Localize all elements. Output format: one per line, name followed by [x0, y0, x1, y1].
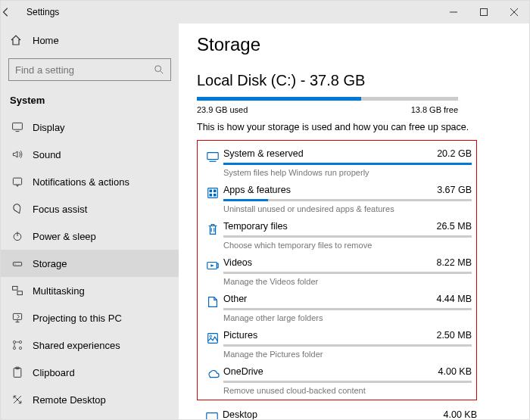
- nav-icon: [10, 257, 25, 269]
- home-label: Home: [33, 35, 59, 46]
- category-hint: Manage the Pictures folder: [223, 350, 472, 359]
- nav-item-power-sleep[interactable]: Power & sleep: [1, 222, 179, 250]
- category-size: 2.50 MB: [436, 330, 472, 341]
- category-icon: [202, 257, 223, 286]
- category-size: 26.5 MB: [436, 221, 472, 232]
- category-name: System & reserved: [223, 148, 304, 159]
- category-size: 20.2 GB: [437, 148, 472, 159]
- svg-rect-32: [217, 263, 218, 267]
- category-item-onedrive[interactable]: OneDrive4.00 KBRemove unused cloud-backe…: [202, 362, 472, 398]
- nav-icon: [10, 339, 25, 351]
- nav-label: Multitasking: [33, 285, 85, 297]
- section-label: System: [1, 92, 179, 114]
- nav-icon: [10, 230, 25, 242]
- nav-item-notifications-actions[interactable]: Notifications & actions: [1, 168, 179, 195]
- svg-point-35: [210, 335, 212, 338]
- minimize-button[interactable]: [438, 1, 469, 23]
- nav-item-sound[interactable]: Sound: [1, 141, 179, 168]
- category-icon: [202, 366, 223, 395]
- category-icon: [202, 148, 223, 177]
- nav-item-remote-desktop[interactable]: Remote Desktop: [1, 386, 179, 413]
- category-item-system-reserved[interactable]: System & reserved20.2 GBSystem files hel…: [202, 144, 472, 180]
- disk-usage-bar: [197, 97, 458, 101]
- category-size: 8.22 MB: [436, 257, 472, 268]
- category-item-desktop[interactable]: Desktop 4.00 KB: [197, 405, 477, 419]
- category-hint: Choose which temporary files to remove: [223, 241, 472, 250]
- category-name: Other: [223, 294, 247, 304]
- category-bar: [223, 199, 472, 201]
- svg-rect-36: [207, 413, 217, 419]
- svg-rect-13: [13, 286, 17, 290]
- category-bar: [223, 381, 472, 383]
- nav-icon: [10, 176, 25, 188]
- svg-rect-11: [13, 262, 21, 266]
- category-item-videos[interactable]: Videos8.22 MBManage the Videos folder: [202, 253, 472, 289]
- window-title: Settings: [23, 7, 59, 17]
- nav-item-shared-experiences[interactable]: Shared experiences: [1, 331, 179, 359]
- page-title: Storage: [197, 34, 522, 55]
- category-size: 4.00 KB: [444, 409, 477, 419]
- nav-icon: [10, 148, 25, 160]
- svg-rect-14: [17, 291, 22, 295]
- nav-icon: [10, 285, 25, 297]
- category-name: Apps & features: [223, 185, 291, 195]
- back-button[interactable]: [1, 7, 23, 17]
- nav-item-display[interactable]: Display: [1, 114, 179, 141]
- nav-icon: [10, 312, 25, 324]
- category-item-apps-features[interactable]: Apps & features3.67 GBUninstall unused o…: [202, 180, 472, 216]
- category-bar: [223, 344, 472, 347]
- nav-icon: [10, 203, 25, 215]
- close-button[interactable]: [499, 1, 529, 23]
- nav-label: Storage: [33, 258, 67, 269]
- nav-icon: [10, 394, 25, 406]
- svg-rect-24: [207, 153, 218, 160]
- category-icon: [202, 294, 223, 322]
- category-hint: Remove unused cloud-backed content: [223, 386, 472, 395]
- category-item-temporary-files[interactable]: Temporary files26.5 MBChoose which tempo…: [202, 216, 472, 253]
- nav-label: Clipboard: [33, 367, 75, 378]
- nav-label: Notifications & actions: [33, 176, 129, 188]
- nav-item-clipboard[interactable]: Clipboard: [1, 359, 179, 386]
- category-item-other[interactable]: Other4.44 MBManage other large folders: [202, 289, 472, 325]
- nav-label: Display: [33, 122, 65, 133]
- desktop-icon: [201, 409, 223, 419]
- svg-point-16: [13, 341, 15, 343]
- category-name: Videos: [223, 257, 252, 268]
- search-box[interactable]: [8, 58, 171, 81]
- disk-used-label: 23.9 GB used: [197, 105, 248, 114]
- maximize-button[interactable]: [469, 1, 499, 23]
- svg-rect-27: [210, 190, 213, 193]
- svg-rect-8: [13, 178, 21, 185]
- content-area: Storage Local Disk (C:) - 37.8 GB 23.9 G…: [179, 23, 529, 419]
- category-bar: [223, 272, 472, 274]
- category-hint: Manage the Videos folder: [223, 277, 472, 286]
- svg-line-5: [161, 71, 164, 74]
- category-size: 4.44 MB: [436, 294, 472, 304]
- nav-item-multitasking[interactable]: Multitasking: [1, 277, 179, 304]
- category-size: 4.00 KB: [438, 366, 472, 377]
- category-hint: System files help Windows run properly: [223, 168, 472, 177]
- nav-item-storage[interactable]: Storage: [1, 250, 179, 277]
- svg-point-18: [13, 347, 15, 349]
- search-input[interactable]: [15, 64, 154, 76]
- category-item-pictures[interactable]: Pictures2.50 MBManage the Pictures folde…: [202, 325, 472, 362]
- category-name: OneDrive: [223, 366, 263, 377]
- category-bar: [223, 308, 472, 310]
- svg-point-4: [155, 66, 161, 72]
- nav-label: Shared experiences: [33, 340, 120, 351]
- svg-rect-28: [214, 190, 217, 193]
- nav-item-focus-assist[interactable]: Focus assist: [1, 195, 179, 222]
- category-icon: [202, 185, 223, 213]
- svg-rect-29: [210, 194, 213, 197]
- nav-label: Focus assist: [33, 204, 87, 215]
- svg-point-12: [14, 263, 15, 264]
- nav-label: Remote Desktop: [33, 394, 106, 406]
- category-name: Desktop: [223, 409, 257, 419]
- svg-rect-6: [13, 123, 23, 129]
- svg-point-19: [19, 347, 21, 349]
- nav-label: Projecting to this PC: [33, 313, 122, 324]
- nav-item-projecting-to-this-pc[interactable]: Projecting to this PC: [1, 304, 179, 331]
- nav-icon: [10, 366, 25, 378]
- home-link[interactable]: Home: [1, 30, 179, 51]
- home-icon: [10, 34, 25, 46]
